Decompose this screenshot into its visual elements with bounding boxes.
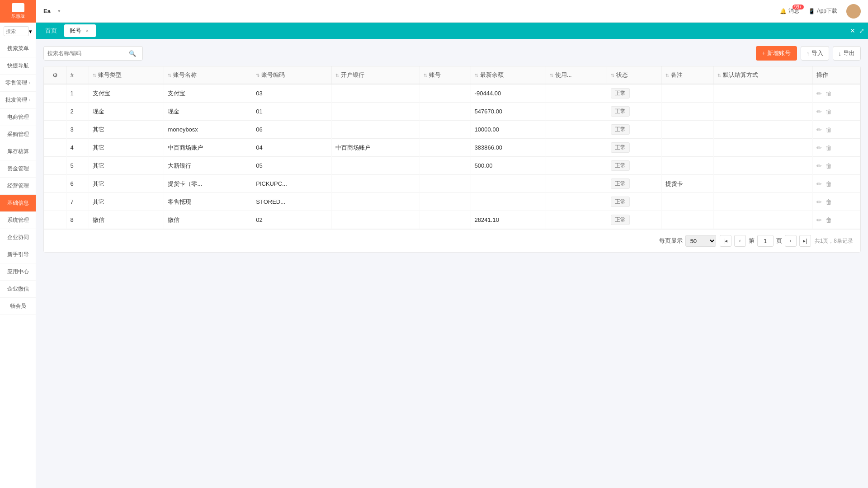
table-row: 1 支付宝 支付宝 03 -90444.00 正常 ✏ 🗑 xyxy=(44,84,860,103)
sidebar-item-ecommerce[interactable]: 电商管理 xyxy=(0,109,36,126)
cell-account-code: 03 xyxy=(252,84,332,103)
cell-index: 5 xyxy=(66,157,89,175)
first-page-button[interactable]: |◂ xyxy=(720,235,731,247)
col-gear[interactable]: ⚙ xyxy=(44,66,66,84)
col-status[interactable]: ⇅状态 xyxy=(607,66,661,84)
col-account-code[interactable]: ⇅账号编码 xyxy=(252,66,332,84)
sidebar-item-operations[interactable]: 经营管理 xyxy=(0,178,36,195)
col-bank[interactable]: ⇅开户银行 xyxy=(331,66,420,84)
cell-account-type: 其它 xyxy=(89,157,164,175)
delete-icon[interactable]: 🗑 xyxy=(826,108,832,115)
col-account-type[interactable]: ⇅账号类型 xyxy=(89,66,164,84)
sidebar-item-label: 应用中心 xyxy=(7,268,29,276)
sidebar-item-label: 经营管理 xyxy=(7,182,29,190)
sidebar-item-basic[interactable]: 基础信息 xyxy=(0,195,36,212)
cell-status: 正常 xyxy=(607,211,661,229)
logo-text: 乐惠版 xyxy=(11,13,25,19)
cell-balance: 500.00 xyxy=(471,157,546,175)
cell-account-name: 微信 xyxy=(164,211,252,229)
delete-icon[interactable]: 🗑 xyxy=(826,180,832,188)
sidebar-item-purchase[interactable]: 采购管理 xyxy=(0,126,36,143)
close-window-icon[interactable]: ✕ xyxy=(850,27,855,34)
company-dropdown-icon[interactable]: ▾ xyxy=(58,8,61,14)
delete-icon[interactable]: 🗑 xyxy=(826,126,832,133)
page-size-selector: 每页显示 50 100 200 xyxy=(659,235,716,247)
cell-account-type: 其它 xyxy=(89,193,164,211)
cell-account-name: 大新银行 xyxy=(164,157,252,175)
cell-default-settle xyxy=(713,193,813,211)
edit-icon[interactable]: ✏ xyxy=(816,180,822,188)
delete-icon[interactable]: 🗑 xyxy=(826,162,832,169)
sidebar-item-wechat[interactable]: 企业微信 xyxy=(0,281,36,298)
cell-index: 1 xyxy=(66,84,89,103)
col-remark[interactable]: ⇅备注 xyxy=(661,66,713,84)
sidebar-item-finance[interactable]: 资金管理 xyxy=(0,160,36,178)
expand-icon[interactable]: ⤢ xyxy=(859,27,864,34)
col-index: # xyxy=(66,66,89,84)
col-account-no[interactable]: ⇅账号 xyxy=(420,66,471,84)
row-actions: ✏ 🗑 xyxy=(816,144,856,151)
tab-home[interactable]: 首页 xyxy=(40,24,62,37)
sidebar-item-appcenter[interactable]: 应用中心 xyxy=(0,263,36,281)
edit-icon[interactable]: ✏ xyxy=(816,216,822,224)
edit-icon[interactable]: ✏ xyxy=(816,198,822,206)
app-download-button[interactable]: 📱 App下载 xyxy=(808,7,837,15)
col-default-settle[interactable]: ⇅默认结算方式 xyxy=(713,66,813,84)
user-avatar[interactable] xyxy=(846,4,861,19)
cell-account-no xyxy=(420,139,471,157)
cell-account-code: PICKUPC... xyxy=(252,175,332,193)
last-page-button[interactable]: ▸| xyxy=(799,235,811,247)
col-usage[interactable]: ⇅使用... xyxy=(546,66,607,84)
edit-icon[interactable]: ✏ xyxy=(816,162,822,169)
col-balance[interactable]: ⇅最新余额 xyxy=(471,66,546,84)
cell-account-name: moneybosx xyxy=(164,121,252,139)
sidebar-item-agreement[interactable]: 企业协同 xyxy=(0,229,36,246)
page-number-input[interactable] xyxy=(757,235,774,247)
col-account-name[interactable]: ⇅账号名称 xyxy=(164,66,252,84)
delete-icon[interactable]: 🗑 xyxy=(826,216,832,224)
edit-icon[interactable]: ✏ xyxy=(816,126,822,133)
status-badge: 正常 xyxy=(611,178,630,189)
table-row: 4 其它 中百商场账户 04 中百商场账户 383866.00 正常 ✏ 🗑 xyxy=(44,139,860,157)
sidebar-item-search[interactable]: 搜索菜单 xyxy=(0,40,36,57)
cell-usage xyxy=(546,211,607,229)
import-button[interactable]: ↑ 导入 xyxy=(801,46,829,61)
sidebar-item-quicknav[interactable]: 快捷导航 xyxy=(0,57,36,75)
toolbar-actions: + 新增账号 ↑ 导入 ↓ 导出 xyxy=(756,46,861,61)
sidebar-item-retail[interactable]: 零售管理 › xyxy=(0,75,36,92)
sidebar-search-input[interactable] xyxy=(4,26,29,36)
sidebar-item-inventory[interactable]: 库存核算 xyxy=(0,143,36,160)
per-page-select[interactable]: 50 100 200 xyxy=(685,235,716,247)
delete-icon[interactable]: 🗑 xyxy=(826,90,832,97)
edit-icon[interactable]: ✏ xyxy=(816,144,822,151)
cell-remark xyxy=(661,211,713,229)
sidebar-search-box[interactable]: ▾ xyxy=(0,23,36,40)
prev-page-button[interactable]: ‹ xyxy=(734,235,746,247)
delete-icon[interactable]: 🗑 xyxy=(826,198,832,206)
edit-icon[interactable]: ✏ xyxy=(816,108,822,115)
cell-balance xyxy=(471,175,546,193)
tab-close-button[interactable]: × xyxy=(84,28,90,34)
header-right: 🔔 消息 99+ 📱 App下载 xyxy=(780,4,861,19)
export-button[interactable]: ↓ 导出 xyxy=(833,46,861,61)
row-actions: ✏ 🗑 xyxy=(816,90,856,97)
notification-button[interactable]: 🔔 消息 99+ xyxy=(780,7,799,15)
delete-icon[interactable]: 🗑 xyxy=(826,144,832,151)
add-account-button[interactable]: + 新增账号 xyxy=(756,46,797,61)
pagination-nav: |◂ ‹ 第 页 › ▸| xyxy=(720,235,811,247)
search-input[interactable] xyxy=(47,50,129,56)
search-icon[interactable]: 🔍 xyxy=(129,50,136,57)
next-page-button[interactable]: › xyxy=(785,235,797,247)
sidebar-item-guide[interactable]: 新手引导 xyxy=(0,246,36,263)
sidebar-item-member[interactable]: 畅会员 xyxy=(0,298,36,315)
cell-account-no xyxy=(420,121,471,139)
edit-icon[interactable]: ✏ xyxy=(816,90,822,97)
notification-badge: 99+ xyxy=(793,5,804,9)
sidebar-item-system[interactable]: 系统管理 xyxy=(0,212,36,229)
cell-default-settle xyxy=(713,121,813,139)
sidebar-item-wholesale[interactable]: 批发管理 › xyxy=(0,92,36,109)
tab-account[interactable]: 账号 × xyxy=(64,24,96,37)
cell-gear xyxy=(44,175,66,193)
tab-home-label: 首页 xyxy=(45,27,57,35)
search-box[interactable]: 🔍 xyxy=(43,46,143,61)
